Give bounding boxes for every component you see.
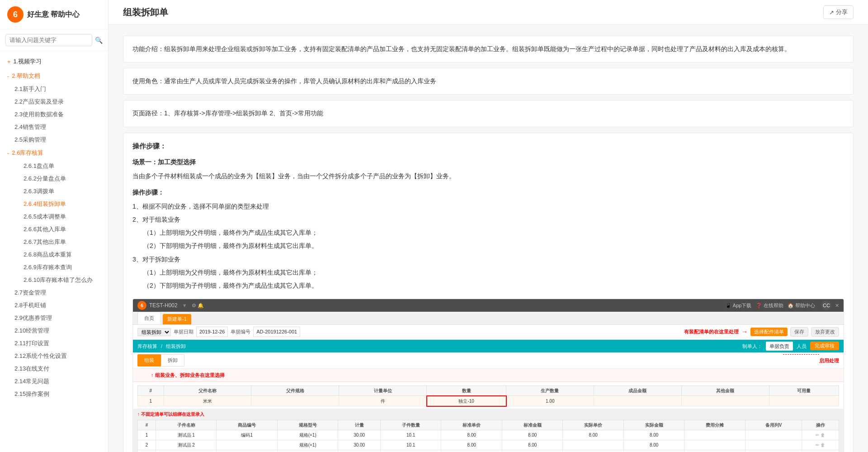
scene-title: 场景一：加工类型选择 — [132, 157, 844, 168]
sidebar-item-partial-stock[interactable]: 2.6.2分量盘点单 — [7, 172, 108, 185]
ops-card: 操作步骤： 场景一：加工类型选择 当由多个子件材料组装成一个成品的业务为【组装】… — [123, 133, 854, 452]
ss-child-table-header: ↑ 不固定清单可以组绑在这里录入 — [137, 410, 839, 418]
sidebar-item-sales[interactable]: 2.4销售管理 — [0, 121, 108, 133]
sidebar-item-beginner[interactable]: 2.1新手入门 — [0, 83, 108, 95]
ss-nav-tabs: 自页 新建单-1 — [133, 312, 844, 325]
ss-btn-config-list[interactable]: 选择配件清单 — [750, 328, 788, 336]
sidebar-item-stocktake[interactable]: 2.6.1盘点单 — [7, 160, 108, 172]
sidebar-item-transfer[interactable]: 2.6.3调拨单 — [7, 185, 108, 198]
ss-parent-th-prod-qty: 生产数量 — [506, 385, 594, 396]
ss-parent-table-container: # 父件名称 父件规格 计量单位 数量 生产数量 成品金额 其他金额 可用量 — [133, 382, 844, 409]
page-title: 组装拆卸单 — [123, 6, 168, 19]
step-1: 1、根据不同的业务，选择不同单据的类型来处理 — [132, 201, 844, 212]
screenshot: 6 TEST-H002 ▼ ⚙ 🔔 📱 App下载 ❓ 在线帮助 🏠 帮助中心 … — [132, 299, 844, 452]
ss-child-th-code: 商品编号 — [217, 420, 278, 430]
sidebar-item-mgmt[interactable]: 2.10经营管理 — [0, 324, 108, 337]
sidebar-item-faq[interactable]: 2.14常见问题 — [0, 375, 108, 388]
sidebar-item-cases[interactable]: 2.15操作案例 — [0, 388, 108, 400]
sidebar-item-cost-recalc[interactable]: 2.6.8商品成本重算 — [7, 248, 108, 261]
ss-tab-main: 自页 — [137, 312, 161, 324]
ss-doc-toolbar: 组装拆卸 库存调拨 单据日期 2019-12-26 单据编号 AD-201912… — [133, 325, 844, 340]
ss-parent-cell-prod-amt — [594, 396, 681, 406]
sidebar-item-other-in[interactable]: 2.6.6其他入库单 — [7, 223, 108, 236]
ss-child-table: # 子件名称 商品编号 规格型号 计量 子件数量 标准单价 标准金额 实际单价 — [137, 420, 839, 452]
sidebar-item-inventory[interactable]: - 2.6库存核算 — [0, 146, 108, 160]
sidebar-item-assembly[interactable]: 2.6.4组装拆卸单 — [7, 198, 108, 210]
sidebar-item-ledger-query[interactable]: 2.6.9库存账本查询 — [7, 261, 108, 274]
sidebar-item-video[interactable]: + 1.视频学习 — [0, 55, 108, 68]
expand-icon: + — [7, 58, 11, 65]
ss-btn-confirm[interactable]: 完成审核 — [810, 342, 839, 350]
step-3-2: （2）下部明细为子件明细，最终作为产成品生成其它入库单。 — [143, 280, 844, 291]
ss-header-operator: 单据负责 — [766, 342, 793, 351]
ss-parent-cell-qty: 独立-10 — [427, 396, 506, 406]
step-2: 2、对于组装业务 — [132, 214, 844, 225]
collapse-icon-2: - — [7, 150, 9, 157]
sidebar-section-1: + 1.视频学习 — [0, 55, 108, 68]
ss-parent-th-prod-amt: 成品金额 — [594, 385, 681, 396]
ss-header-left: 库存核算 / 组装拆卸 — [137, 342, 186, 351]
main-panel: 组装拆卸单 ↗ 分享 功能介绍：组装拆卸单用来处理企业组装或拆卸等加工业务，支持… — [108, 0, 868, 452]
sidebar-item-other-out[interactable]: 2.6.7其他出库单 — [7, 236, 108, 248]
ss-parent-cell-spec — [251, 396, 339, 406]
ss-title-right: 📱 App下载 ❓ 在线帮助 🏠 帮助中心 CC ✕ — [725, 300, 839, 310]
share-label: 分享 — [836, 8, 848, 16]
ss-docno-label: 单据编号 — [231, 328, 250, 336]
sidebar-item-payment[interactable]: 2.13在线支付 — [0, 362, 108, 375]
intro-text: 功能介绍：组装拆卸单用来处理企业组装或拆卸等加工业务，支持有固定装配清单的产品加… — [132, 43, 844, 55]
sidebar-item-install[interactable]: 2.2产品安装及登录 — [0, 95, 108, 108]
ss-type-row: 组装 拆卸 启用处理 — [133, 352, 844, 369]
search-icon[interactable]: 🔍 — [95, 37, 103, 44]
share-icon: ↗ — [829, 9, 834, 16]
sidebar-item-ledger-fix[interactable]: 2.6.10库存账本错了怎么办 — [7, 274, 108, 286]
ss-header-bar: 库存核算 / 组装拆卸 制单人： 单据负责 人员 完成审核 — [133, 340, 844, 353]
share-button[interactable]: ↗ 分享 — [823, 5, 854, 19]
sub-steps-disassemble: （1）上部明细为父件明细，最终作为原材料生成其它出库单； （2）下部明细为子件明… — [132, 267, 844, 291]
sidebar-item-purchase[interactable]: 2.5采购管理 — [0, 133, 108, 146]
ss-parent-cell-avail — [769, 396, 839, 406]
ss-child-row-2: 2 测试品 2 规格(+1) 30.00 10.1 8.00 8.00 — [138, 440, 839, 450]
ss-header-module: 库存核算 — [137, 342, 157, 351]
sidebar-item-cost-adjust[interactable]: 2.6.5成本调整单 — [7, 210, 108, 223]
ss-parent-cell-name: 米米 — [164, 396, 251, 406]
ops-title: 操作步骤： — [132, 140, 844, 152]
sidebar-item-finance[interactable]: 2.7资金管理 — [0, 286, 108, 299]
ss-tab-disassemble[interactable]: 拆卸 — [161, 354, 184, 366]
ss-parent-th-avail: 可用量 — [769, 385, 839, 396]
ss-tab-assemble[interactable]: 组装 — [137, 354, 161, 366]
role-card: 使用角色：通常由生产人员或库管人员完成拆装业务的操作，库管人员确认原材料的出库和… — [123, 68, 854, 95]
sidebar-item-coupon[interactable]: 2.9优惠券管理 — [0, 312, 108, 324]
ss-child-th-unit: 计量 — [338, 420, 380, 430]
sidebar-item-docs[interactable]: - 2.帮助文档 — [0, 69, 108, 83]
ss-btn-save[interactable]: 保存 — [790, 327, 808, 337]
step-3-1: （1）上部明细为父件明细，最终作为原材料生成其它出库单； — [143, 267, 844, 278]
app-title: 好生意 帮助中心 — [27, 10, 80, 19]
ss-close: ✕ — [835, 301, 839, 310]
ss-parent-th-qty: 数量 — [427, 385, 506, 396]
annotation-type-text: ↑ 组装业务、拆卸业务在这里选择 — [151, 372, 225, 378]
ss-type-tabs: 组装 拆卸 — [137, 354, 184, 366]
ss-child-th-op: 操作 — [802, 420, 839, 430]
ss-child-table-container: ↑ 不固定清单可以组绑在这里录入 # 子件名称 商品编号 规格型号 计量 — [133, 409, 844, 452]
sidebar-item-print[interactable]: 2.11打印设置 — [0, 337, 108, 350]
ss-header-doctype: 组装拆卸 — [166, 342, 186, 351]
step-3: 3、对于拆卸业务 — [132, 254, 844, 265]
annotation-line — [783, 354, 819, 355]
ss-doc-type-select[interactable]: 组装拆卸 库存调拨 — [137, 328, 171, 336]
ss-parent-th-unit: 计量单位 — [339, 385, 427, 396]
ss-btn-abandon[interactable]: 放弃更改 — [811, 327, 839, 337]
search-input[interactable] — [5, 34, 92, 46]
ss-parent-th-num: # — [138, 385, 164, 396]
ss-child-th-spare: 备用列V — [745, 420, 802, 430]
sidebar-item-customize[interactable]: 2.12系统个性化设置 — [0, 350, 108, 362]
ss-annotation-config: 有装配清单的在这里处理 → 选择配件清单 保存 放弃更改 — [684, 327, 839, 338]
ss-child-th-std-amt: 标准金额 — [502, 420, 563, 430]
ss-parent-cell-prod-qty: 1.00 — [506, 396, 594, 406]
sidebar: 6 好生意 帮助中心 🔍 + 1.视频学习 - 2.帮助文档 2.1新手入门 2… — [0, 0, 108, 452]
sidebar-item-data-prep[interactable]: 2.3使用前数据准备 — [0, 108, 108, 121]
sidebar-item-mobile[interactable]: 2.8手机旺铺 — [0, 299, 108, 312]
ss-child-th-name: 子件名称 — [156, 420, 217, 430]
ops-section: 操作步骤： 场景一：加工类型选择 当由多个子件材料组装成一个成品的业务为【组装】… — [132, 140, 844, 292]
annotation-fill-text: ↑ 不固定清单可以组绑在这里录入 — [137, 410, 204, 418]
intro-card: 功能介绍：组装拆卸单用来处理企业组装或拆卸等加工业务，支持有固定装配清单的产品加… — [123, 36, 854, 62]
